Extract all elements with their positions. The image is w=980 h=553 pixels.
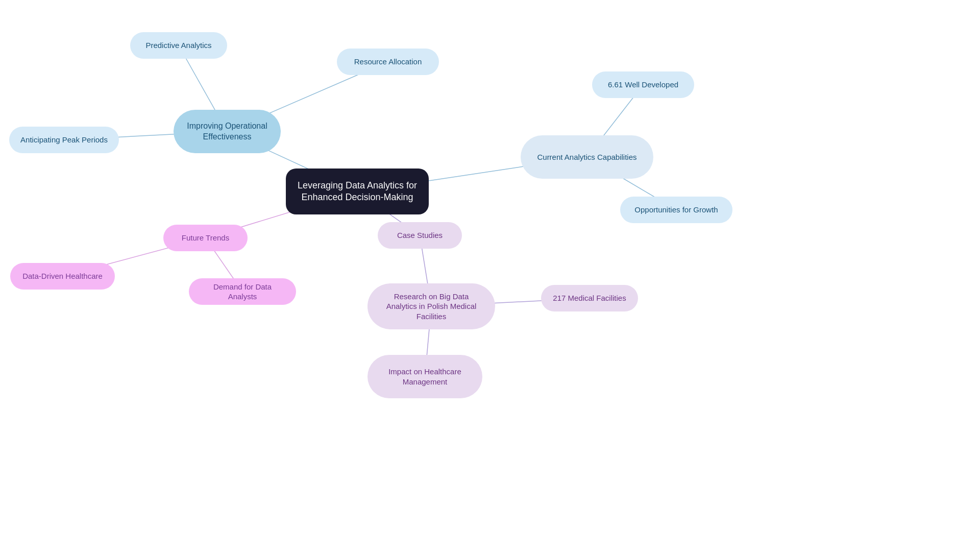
anticipating-peak-label: Anticipating Peak Periods: [20, 135, 108, 145]
current-analytics-node: Current Analytics Capabilities: [521, 135, 653, 179]
anticipating-peak-node: Anticipating Peak Periods: [9, 127, 119, 153]
demand-analysts-node: Demand for Data Analysts: [189, 278, 296, 305]
resource-allocation-node: Resource Allocation: [337, 49, 439, 75]
future-trends-label: Future Trends: [182, 233, 229, 243]
future-trends-node: Future Trends: [163, 225, 248, 251]
research-big-data-node: Research on Big Data Analytics in Polish…: [368, 283, 495, 329]
predictive-analytics-label: Predictive Analytics: [145, 40, 211, 51]
impact-healthcare-label: Impact on Healthcare Management: [379, 367, 471, 387]
opportunities-node: Opportunities for Growth: [620, 197, 732, 223]
medical-facilities-node: 217 Medical Facilities: [541, 285, 638, 311]
data-driven-node: Data-Driven Healthcare: [10, 263, 115, 290]
improving-operational-label: Improving Operational Effectiveness: [185, 121, 270, 142]
data-driven-label: Data-Driven Healthcare: [22, 271, 103, 281]
well-developed-label: 6.61 Well Developed: [608, 80, 678, 90]
case-studies-label: Case Studies: [397, 230, 443, 241]
center-label: Leveraging Data Analytics for Enhanced D…: [297, 180, 418, 204]
center-node: Leveraging Data Analytics for Enhanced D…: [286, 169, 429, 214]
opportunities-label: Opportunities for Growth: [634, 205, 718, 215]
medical-facilities-label: 217 Medical Facilities: [553, 293, 626, 303]
resource-allocation-label: Resource Allocation: [354, 57, 422, 67]
improving-operational-node: Improving Operational Effectiveness: [174, 110, 281, 153]
predictive-analytics-node: Predictive Analytics: [130, 32, 227, 59]
demand-analysts-label: Demand for Data Analysts: [200, 282, 285, 302]
current-analytics-label: Current Analytics Capabilities: [537, 152, 636, 162]
research-big-data-label: Research on Big Data Analytics in Polish…: [379, 292, 484, 322]
impact-healthcare-node: Impact on Healthcare Management: [368, 355, 482, 398]
case-studies-node: Case Studies: [378, 222, 462, 249]
well-developed-node: 6.61 Well Developed: [592, 71, 694, 98]
